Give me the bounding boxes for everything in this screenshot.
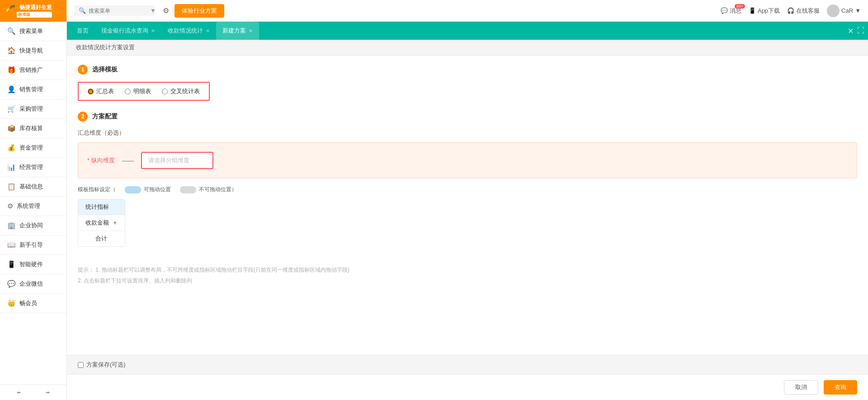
- marketing-icon: 🎁: [7, 66, 16, 74]
- dimension-area: * 纵向维度 —— 请选择分组维度: [78, 142, 857, 179]
- sidebar-item-sales[interactable]: 👤 销售管理: [0, 80, 66, 99]
- sidebar-item-wechat[interactable]: 💬 企业微信: [0, 274, 66, 294]
- finance-icon: 💰: [7, 144, 16, 152]
- main-area: 🔍 ▼ ⚙ 体验行业方案 💬 消息 99+ 📱 App下载 🎧 在线客服 CaR: [67, 0, 868, 400]
- basic-info-icon: 📋: [7, 183, 16, 191]
- hint-draggable: 可拖动位置: [125, 186, 171, 193]
- sidebar-bottom-left[interactable]: ⬅: [17, 390, 21, 395]
- dimension-select[interactable]: 请选择分组维度: [141, 152, 213, 169]
- step1-section: 1 选择模板 汇总表 明细表 交叉统计表: [78, 65, 857, 101]
- cancel-button[interactable]: 取消: [784, 380, 818, 395]
- arrow: ——: [122, 157, 134, 164]
- tab-collection-stat-close[interactable]: ✕: [206, 28, 210, 34]
- dropdown-icon: ▼: [150, 7, 156, 14]
- sidebar-item-search-menu[interactable]: 🔍 搜索菜单: [0, 22, 66, 41]
- system-icon: ⚙: [7, 202, 13, 210]
- template-option-summary[interactable]: 汇总表: [88, 87, 114, 95]
- sidebar-item-inventory[interactable]: 📦 库存核算: [0, 119, 66, 138]
- logo-text: 畅捷通好生意: [19, 4, 52, 10]
- vertical-label: * 纵向维度: [87, 156, 115, 165]
- hardware-icon: 📱: [7, 260, 16, 268]
- dimension-row: * 纵向维度 —— 请选择分组维度: [87, 152, 848, 169]
- tips-section: 提示： 1. 拖动标题栏可以调整布局，不可跨维度或指标区域拖动栏目字段(只能在同…: [78, 264, 857, 286]
- step2-header: 2 方案配置: [78, 112, 857, 122]
- download-icon: 📱: [749, 7, 756, 14]
- sidebar-item-quick-nav[interactable]: 🏠 快捷导航: [0, 41, 66, 61]
- radio-cross[interactable]: [162, 89, 168, 94]
- tab-home[interactable]: 首页: [71, 22, 95, 40]
- search-menu-icon: 🔍: [7, 27, 16, 35]
- search-box[interactable]: 🔍 ▼: [74, 5, 156, 16]
- step2-title: 方案配置: [92, 113, 118, 121]
- radio-detail[interactable]: [125, 89, 131, 94]
- sidebar-item-basic-info[interactable]: 📋 基础信息: [0, 177, 66, 197]
- purchase-icon: 🛒: [7, 105, 16, 113]
- sidebar-item-finance[interactable]: 💰 资金管理: [0, 138, 66, 158]
- sidebar: 🍊 畅捷通好生意 标准版 🔍 搜索菜单 🏠 快捷导航 🎁 营销推广 👤 销售管理…: [0, 0, 67, 400]
- breadcrumb: 收款情况统计方案设置: [67, 40, 868, 56]
- step2-section: 2 方案配置 汇总维度（必选） * 纵向维度 —— 请选择分组维度 模板指标设定…: [78, 112, 857, 286]
- operations-icon: 📊: [7, 163, 16, 171]
- step1-title: 选择模板: [92, 66, 118, 74]
- save-section: 方案保存(可选): [67, 355, 868, 374]
- search-input[interactable]: [89, 8, 147, 14]
- tip-1: 提示： 1. 拖动标题栏可以调整布局，不可跨维度或指标区域拖动栏目字段(只能在同…: [78, 264, 857, 275]
- save-label[interactable]: 方案保存(可选): [78, 361, 126, 369]
- template-option-cross[interactable]: 交叉统计表: [162, 87, 200, 95]
- sidebar-item-operations[interactable]: 📊 经营管理: [0, 158, 66, 177]
- logo-icon: 🍊: [5, 5, 17, 17]
- sidebar-item-system[interactable]: ⚙ 系统管理: [0, 197, 66, 216]
- tab-new-plan-close[interactable]: ✕: [249, 28, 253, 34]
- tip-2: 2. 点击标题栏下拉可设置排序、插入列和删除列: [78, 275, 857, 286]
- guide-icon: 📖: [7, 241, 16, 249]
- sales-icon: 👤: [7, 85, 16, 94]
- service-icon: 🎧: [787, 7, 794, 14]
- user-area[interactable]: CaR ▼: [827, 5, 861, 17]
- tab-close-all-icon[interactable]: ✕: [848, 27, 854, 35]
- sidebar-bottom-right[interactable]: ➡: [46, 390, 50, 395]
- template-option-detail[interactable]: 明细表: [125, 87, 151, 95]
- tab-expand-icon[interactable]: ⛶: [857, 27, 864, 35]
- sidebar-item-member[interactable]: 👑 畅会员: [0, 294, 66, 313]
- query-button[interactable]: 查询: [824, 380, 857, 395]
- tab-bank-flow[interactable]: 现金银行流水查询 ✕: [95, 22, 161, 40]
- app-download-button[interactable]: 📱 App下载: [749, 7, 780, 15]
- template-options: 汇总表 明细表 交叉统计表: [78, 82, 210, 101]
- trial-button[interactable]: 体验行业方案: [175, 4, 224, 18]
- tab-collection-stat[interactable]: 收款情况统计 ✕: [161, 22, 216, 40]
- step2-number: 2: [78, 112, 88, 122]
- sidebar-item-enterprise[interactable]: 🏢 企业协同: [0, 216, 66, 235]
- dimension-section-label: 汇总维度（必选）: [78, 129, 857, 137]
- hint-box-blue: [125, 186, 141, 193]
- tab-bank-flow-close[interactable]: ✕: [151, 28, 155, 34]
- inventory-icon: 📦: [7, 124, 16, 132]
- form-content: 1 选择模板 汇总表 明细表 交叉统计表: [67, 56, 868, 355]
- message-button[interactable]: 💬 消息 99+: [721, 7, 741, 15]
- gear-icon[interactable]: ⚙: [163, 6, 169, 15]
- save-checkbox[interactable]: [78, 362, 84, 368]
- avatar: [827, 5, 840, 17]
- metrics-subtotal: 合计: [78, 231, 125, 246]
- radio-summary[interactable]: [88, 89, 94, 94]
- metrics-table: 统计指标 收款金额 ▼ 合计: [78, 199, 125, 247]
- sidebar-item-purchase[interactable]: 🛒 采购管理: [0, 99, 66, 119]
- tabbar: 首页 现金银行流水查询 ✕ 收款情况统计 ✕ 新建方案 ✕ ✕ ⛶: [67, 22, 868, 40]
- search-icon: 🔍: [79, 7, 86, 14]
- enterprise-icon: 🏢: [7, 221, 16, 230]
- topbar: 🔍 ▼ ⚙ 体验行业方案 💬 消息 99+ 📱 App下载 🎧 在线客服 CaR: [67, 0, 868, 22]
- member-icon: 👑: [7, 299, 16, 307]
- logo: 🍊 畅捷通好生意 标准版: [0, 0, 66, 22]
- quick-nav-icon: 🏠: [7, 47, 16, 55]
- hint-box-gray: [180, 186, 196, 193]
- metrics-cell-amount[interactable]: 收款金额 ▼: [78, 215, 125, 231]
- tab-new-plan[interactable]: 新建方案 ✕: [216, 22, 259, 40]
- cell-chevron-icon: ▼: [113, 220, 118, 226]
- metrics-section-title: 统计指标: [78, 199, 125, 215]
- message-icon: 💬: [721, 7, 728, 14]
- online-service-button[interactable]: 🎧 在线客服: [787, 7, 820, 15]
- footer-bar: 取消 查询: [67, 374, 868, 400]
- sidebar-item-marketing[interactable]: 🎁 营销推广: [0, 61, 66, 80]
- sidebar-item-guide[interactable]: 📖 新手引导: [0, 235, 66, 255]
- topbar-right: 💬 消息 99+ 📱 App下载 🎧 在线客服 CaR ▼: [721, 5, 861, 17]
- sidebar-item-hardware[interactable]: 📱 智能硬件: [0, 255, 66, 274]
